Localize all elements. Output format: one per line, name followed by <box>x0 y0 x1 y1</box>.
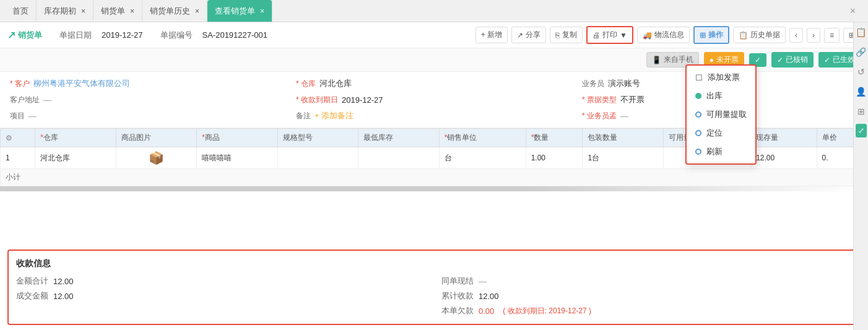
new-button[interactable]: + 新增 <box>475 27 508 43</box>
tab-inventory[interactable]: 库存期初 × <box>37 0 93 22</box>
address-field: 客户地址 — <box>10 94 286 105</box>
row-quantity: 1.00 <box>526 147 583 169</box>
address-label: 客户地址 <box>10 95 40 105</box>
row-product: 嘻嘻嘻嘻 <box>197 147 278 169</box>
number-label: 单据编号 <box>160 30 193 41</box>
payment-right: 同单现结 — 累计收款 12.00 本单欠款 0.00 ( 收款到期日: 201… <box>441 276 852 316</box>
main-content: ↗ 销货单 单据日期 2019-12-27 单据编号 SA-20191227-0… <box>0 22 868 330</box>
operations-dropdown: ☐ 添加发票 出库 可用量提取 定位 刷新 <box>685 64 757 165</box>
tool-link-icon[interactable]: 🔗 <box>853 45 868 59</box>
right-tools-panel: 📋 🔗 ↺ 👤 ⊞ ⤢ <box>853 22 868 330</box>
tool-expand-icon[interactable]: ⤢ <box>856 124 867 137</box>
col-spec: 规格型号 <box>277 129 358 147</box>
outbound-dot-icon <box>695 93 701 99</box>
tool-refresh-icon[interactable]: ↺ <box>855 64 867 79</box>
tab-view-sales[interactable]: 查看销货单 × <box>207 0 272 22</box>
tool-grid-icon[interactable]: ⊞ <box>855 104 867 119</box>
logistics-icon: 🚚 <box>643 31 652 40</box>
sales-staff-value: — <box>620 111 628 121</box>
operations-button[interactable]: ⊞ 操作 <box>693 26 729 44</box>
payment-section: 收款信息 金额合计 12.00 成交金额 12.00 同单现结 — 累计收款 <box>7 250 861 325</box>
document-type: ↗ 销货单 <box>7 29 42 41</box>
tab-sales[interactable]: 销货单 × <box>93 0 142 22</box>
refresh-dot-icon <box>695 149 701 155</box>
menu-item-refresh[interactable]: 刷新 <box>687 142 755 161</box>
note-field: 备注 + 添加备注 <box>296 110 572 121</box>
col-quantity: *数量 <box>526 129 583 147</box>
project-field: 项目 — <box>10 110 286 121</box>
tab-view-sales-close[interactable]: × <box>260 7 264 15</box>
payment-date-value: 2019-12-27 <box>342 95 383 105</box>
menu-item-available-qty[interactable]: 可用量提取 <box>687 105 755 124</box>
nav-prev-button[interactable]: ‹ <box>789 28 803 43</box>
row-unit: 台 <box>439 147 526 169</box>
tab-sales-history-close[interactable]: × <box>195 7 199 15</box>
print-button[interactable]: 🖨 打印 ▼ <box>586 26 633 44</box>
tab-sales-history[interactable]: 销货单历史 × <box>142 0 207 22</box>
ticket-type-value: 不开票 <box>620 94 644 105</box>
current-arrears-row: 本单欠款 0.00 ( 收款到期日: 2019-12-27 ) <box>441 305 852 316</box>
document-header: ↗ 销货单 单据日期 2019-12-27 单据编号 SA-20191227-0… <box>0 22 868 48</box>
document-meta: 单据日期 2019-12-27 单据编号 SA-20191227-001 <box>59 30 267 41</box>
same-order-settlement-row: 同单现结 — <box>441 276 852 287</box>
row-spec <box>277 147 358 169</box>
col-settings[interactable]: ⚙ <box>1 129 35 147</box>
row-package-qty: 1台 <box>583 147 664 169</box>
row-current-stock: 12.00 <box>751 147 817 169</box>
check-icon: ✓ <box>755 56 761 64</box>
tab-bar: 首页 库存期初 × 销货单 × 销货单历史 × 查看销货单 × × <box>0 0 868 22</box>
project-value: — <box>28 111 37 121</box>
print-dropdown-icon: ▼ <box>620 31 627 40</box>
project-label: 项目 <box>10 111 25 121</box>
customer-value[interactable]: 柳州粤港平安气体有限公司 <box>33 78 130 89</box>
logistics-button[interactable]: 🚚 物流信息 <box>637 27 690 43</box>
warehouse-label: 仓库 <box>296 79 316 89</box>
same-order-settlement-value: — <box>479 277 487 286</box>
add-invoice-icon: ☐ <box>695 73 703 82</box>
staff-value: 演示账号 <box>608 78 640 89</box>
subtotal-row: 小计 <box>1 169 868 186</box>
window-close-button[interactable]: × <box>843 6 863 17</box>
col-unit: *销售单位 <box>439 129 526 147</box>
amount-total-value: 12.00 <box>53 277 74 286</box>
tool-user-icon[interactable]: 👤 <box>853 84 868 99</box>
settings-icon[interactable]: ⚙ <box>6 134 12 142</box>
warehouse-field: 仓库 河北仓库 <box>296 78 572 89</box>
copy-button[interactable]: ⎘ 复制 <box>550 27 583 43</box>
amount-total-label: 金额合计 <box>16 276 48 287</box>
share-button[interactable]: ↗ 分享 <box>511 27 546 43</box>
row-index: 1 <box>1 147 35 169</box>
menu-item-outbound[interactable]: 出库 <box>687 87 755 105</box>
view-list-button[interactable]: ≡ <box>824 28 840 43</box>
already-sold-button[interactable]: ✓ 已核销 <box>771 52 814 67</box>
same-order-settlement-label: 同单现结 <box>441 276 474 287</box>
menu-item-add-invoice[interactable]: ☐ 添加发票 <box>687 68 755 87</box>
tool-copy-icon[interactable]: 📋 <box>853 25 868 40</box>
product-image-icon: 📦 <box>149 151 164 165</box>
sold-check-icon: ✓ <box>777 56 783 64</box>
add-note-button[interactable]: + 添加备注 <box>315 110 354 121</box>
col-package-qty: 包装数量 <box>583 129 664 147</box>
customer-label: 客户 <box>10 79 30 89</box>
tab-inventory-close[interactable]: × <box>81 7 85 15</box>
ticket-icon: ● <box>710 56 714 64</box>
nav-next-button[interactable]: › <box>807 28 820 43</box>
sales-order-icon: ↗ <box>7 29 15 41</box>
effective-check-icon: ✓ <box>824 56 830 64</box>
tab-sales-close[interactable]: × <box>130 7 134 15</box>
copy-icon: ⎘ <box>555 31 560 40</box>
history-icon: 📋 <box>739 31 748 40</box>
tab-home[interactable]: 首页 <box>5 0 37 22</box>
payment-date-field: 收款到期日 2019-12-27 <box>296 94 572 105</box>
print-icon: 🖨 <box>592 31 600 40</box>
col-warehouse: *仓库 <box>35 129 116 147</box>
payment-title: 收款信息 <box>16 258 852 269</box>
document-actions: + 新增 ↗ 分享 ⎘ 复制 🖨 打印 ▼ 🚚 物流信息 ⊞ 操作 <box>475 26 861 44</box>
menu-item-locate[interactable]: 定位 <box>687 124 755 142</box>
transaction-amount-value: 12.00 <box>53 292 74 301</box>
address-value: — <box>43 95 51 105</box>
date-value: 2019-12-27 <box>102 30 143 40</box>
payment-grid: 金额合计 12.00 成交金额 12.00 同单现结 — 累计收款 12.00 <box>16 276 852 316</box>
history-button[interactable]: 📋 历史单据 <box>733 27 786 43</box>
horizontal-scrollbar[interactable] <box>0 186 868 191</box>
